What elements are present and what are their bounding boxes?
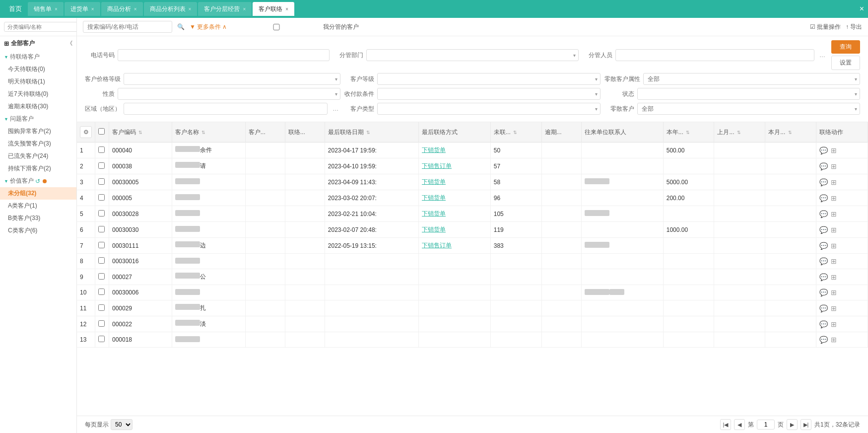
page-size-select[interactable]: 50 (111, 419, 133, 430)
retail-cust-select[interactable]: 全部 (637, 103, 860, 115)
cell-checkbox[interactable] (95, 285, 109, 300)
sidebar-item-churn-warn[interactable]: 流失预警客户(3) (0, 138, 76, 150)
person-input[interactable] (615, 49, 814, 61)
row-checkbox[interactable] (98, 242, 105, 248)
grid-action-icon[interactable]: ⊞ (831, 320, 837, 328)
method-link[interactable]: 下销售订单 (422, 242, 452, 249)
search-input[interactable] (83, 21, 172, 33)
row-checkbox[interactable] (98, 304, 105, 311)
collapse-icon[interactable]: 《 (67, 40, 72, 47)
row-checkbox[interactable] (98, 289, 105, 295)
col-overdue[interactable]: 逾期... (541, 122, 581, 143)
reset-btn[interactable]: 设置 (831, 56, 860, 70)
nav-home[interactable]: 首页 (4, 4, 27, 13)
close-icon[interactable]: × (134, 6, 137, 12)
price-level-select[interactable] (124, 73, 340, 85)
cell-checkbox[interactable] (95, 143, 109, 158)
row-checkbox[interactable] (98, 257, 105, 264)
sidebar-item-overdue[interactable]: 逾期未联络(30) (0, 100, 76, 113)
all-customers-header[interactable]: ⊞ 全部客户 《 (0, 36, 76, 51)
method-link[interactable]: 下销货单 (422, 178, 446, 185)
sidebar-search-input[interactable] (4, 22, 77, 32)
nature-select[interactable] (118, 88, 340, 100)
cell-last-method[interactable]: 下销售订单 (419, 238, 491, 254)
row-checkbox[interactable] (98, 162, 105, 169)
payment-select[interactable] (377, 88, 600, 100)
problem-group[interactable]: ▼ 问题客户 (0, 113, 76, 125)
row-checkbox[interactable] (98, 320, 105, 327)
cell-last-method[interactable] (419, 269, 491, 285)
search-icon[interactable]: 🔍 (177, 23, 185, 30)
grid-action-icon[interactable]: ⊞ (831, 162, 837, 170)
grid-action-icon[interactable]: ⊞ (831, 289, 837, 296)
cust-level-select[interactable] (377, 73, 600, 85)
close-icon[interactable]: × (55, 6, 58, 12)
message-icon[interactable]: 💬 (819, 273, 828, 281)
cell-last-method[interactable]: 下销售订单 (419, 158, 491, 174)
cell-last-method[interactable]: 下销货单 (419, 143, 491, 158)
cell-last-method[interactable] (419, 300, 491, 316)
sidebar-item-hoarding[interactable]: 囤购异常客户(2) (0, 125, 76, 138)
method-link[interactable]: 下销货单 (422, 210, 446, 217)
message-icon[interactable]: 💬 (819, 289, 828, 296)
retail-attr-select[interactable]: 全部 (643, 73, 860, 85)
sidebar-item-7days[interactable]: 近7天待联络(0) (0, 88, 76, 100)
close-window-icon[interactable]: × (860, 4, 864, 13)
export-btn[interactable]: ↑ 导出 (846, 23, 862, 31)
col-this-year[interactable]: 本年... ⇅ (663, 122, 714, 143)
cell-checkbox[interactable] (95, 206, 109, 222)
sidebar-item-ungroup[interactable]: 未分组(32) (0, 187, 76, 200)
grid-action-icon[interactable]: ⊞ (831, 257, 837, 265)
batch-ops-btn[interactable]: ☑ 批量操作 (810, 23, 841, 31)
sidebar-item-churned[interactable]: 已流失客户(24) (0, 150, 76, 162)
col-last-month[interactable]: 上月... ⇅ (714, 122, 765, 143)
col-last-method[interactable]: 最后联络方式 (419, 122, 491, 143)
grid-action-icon[interactable]: ⊞ (831, 273, 837, 281)
message-icon[interactable]: 💬 (819, 210, 828, 218)
sidebar-item-tomorrow[interactable]: 明天待联络(1) (0, 75, 76, 88)
col-gear[interactable]: ⚙ (77, 122, 95, 143)
page-input[interactable] (757, 420, 775, 430)
method-link[interactable]: 下销货单 (422, 226, 446, 233)
phone-input[interactable] (118, 49, 330, 61)
col-contact[interactable]: 联络... (285, 122, 325, 143)
col-this-month[interactable]: 本月... ⇅ (765, 122, 816, 143)
message-icon[interactable]: 💬 (819, 146, 828, 154)
row-checkbox[interactable] (98, 146, 105, 153)
grid-action-icon[interactable]: ⊞ (831, 194, 837, 202)
tab-sales[interactable]: 销售单 × (28, 2, 64, 16)
message-icon[interactable]: 💬 (819, 304, 828, 312)
prev-page-btn[interactable]: ◀ (734, 419, 745, 430)
pending-group[interactable]: ▼ 待联络客户 (0, 51, 76, 63)
person-ellipsis-btn[interactable]: … (817, 52, 827, 59)
more-conditions-btn[interactable]: ▼ 更多条件 ∧ (190, 23, 227, 31)
col-checkbox[interactable] (95, 122, 109, 143)
col-code[interactable]: 客户编码 ⇅ (109, 122, 172, 143)
col-unit-contact[interactable]: 往来单位联系人 (581, 122, 663, 143)
close-icon[interactable]: × (285, 6, 288, 12)
cell-last-method[interactable] (419, 285, 491, 300)
cell-checkbox[interactable] (95, 254, 109, 269)
last-page-btn[interactable]: ▶| (801, 419, 811, 430)
grid-action-icon[interactable]: ⊞ (831, 210, 837, 218)
col-name[interactable]: 客户名称 ⇅ (172, 122, 245, 143)
cell-checkbox[interactable] (95, 174, 109, 190)
cell-checkbox[interactable] (95, 238, 109, 254)
message-icon[interactable]: 💬 (819, 194, 828, 202)
cell-checkbox[interactable] (95, 316, 109, 332)
cell-last-method[interactable]: 下销货单 (419, 206, 491, 222)
message-icon[interactable]: 💬 (819, 162, 828, 170)
cell-checkbox[interactable] (95, 190, 109, 206)
cell-checkbox[interactable] (95, 332, 109, 348)
row-checkbox[interactable] (98, 194, 105, 201)
cell-last-method[interactable]: 下销货单 (419, 222, 491, 238)
message-icon[interactable]: 💬 (819, 178, 828, 186)
first-page-btn[interactable]: |◀ (720, 419, 731, 430)
grid-action-icon[interactable]: ⊞ (831, 146, 837, 154)
dept-select[interactable] (366, 49, 578, 61)
cell-last-method[interactable]: 下销货单 (419, 190, 491, 206)
method-link[interactable]: 下销货单 (422, 194, 446, 201)
sidebar-item-today[interactable]: 今天待联络(0) (0, 63, 76, 75)
query-btn[interactable]: 查询 (831, 40, 860, 54)
cell-checkbox[interactable] (95, 222, 109, 238)
